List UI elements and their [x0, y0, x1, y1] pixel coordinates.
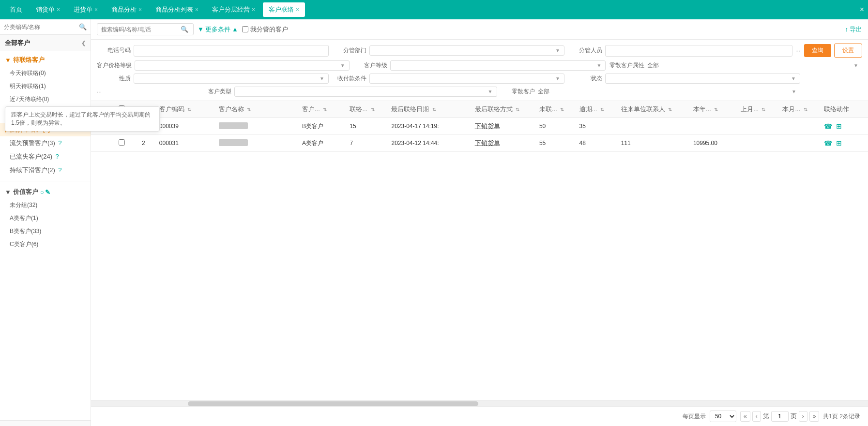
query-btn[interactable]: 查询: [804, 44, 831, 57]
retail-cust-label: 零散客户: [501, 88, 535, 96]
col-type-header[interactable]: 客户... ⇅: [298, 101, 346, 118]
retail-attr-select[interactable]: ▼: [662, 61, 862, 70]
next-page-btn[interactable]: ›: [799, 411, 807, 422]
col-way-header[interactable]: 最后联络方式 ⇅: [471, 101, 535, 118]
value-edit-icon[interactable]: ✎: [45, 189, 50, 196]
prev-page-btn[interactable]: ‹: [752, 411, 761, 422]
col-uncontact-sort-icon: ⇅: [560, 107, 564, 112]
page-number-input[interactable]: [771, 411, 789, 422]
sidebar-item-b-class[interactable]: B类客户(33): [0, 225, 91, 238]
sidebar-search-wrap: 🔍: [0, 19, 91, 35]
col-thismonth-header[interactable]: 本月... ⇅: [778, 101, 820, 118]
total-info: 共1页 2条记录: [823, 412, 860, 421]
col-code-header[interactable]: 客户编码 ⇅: [155, 101, 215, 118]
sidebar-item-tomorrow[interactable]: 明天待联络(1): [0, 80, 91, 93]
col-contact-header[interactable]: 联络... ⇅: [346, 101, 387, 118]
first-page-btn[interactable]: «: [740, 411, 750, 422]
nav-product-list-close[interactable]: ×: [195, 6, 198, 13]
nav-product-analysis-close[interactable]: ×: [138, 6, 142, 13]
sidebar-item-a-class[interactable]: A类客户(1): [0, 212, 91, 225]
retail-cust-arrow-icon: ▼: [792, 89, 796, 94]
nav-sales-close[interactable]: ×: [57, 6, 60, 13]
my-customers-checkbox[interactable]: [242, 26, 248, 32]
dept-arrow-icon: ▼: [555, 48, 560, 53]
gender-select[interactable]: ▼: [134, 73, 329, 84]
value-circle-icon: ○: [40, 189, 44, 196]
pagination-bar: 每页显示 50 100 200 « ‹ 第 页 › » 共1页 2条记录: [91, 406, 868, 426]
sidebar-item-declining[interactable]: 持续下滑客户(2) ?: [0, 163, 91, 177]
col-uncontact-header[interactable]: 未联... ⇅: [535, 101, 576, 118]
nav-sales[interactable]: 销货单 ×: [30, 2, 66, 17]
my-customers-check[interactable]: 我分管的客户: [242, 25, 288, 34]
extra-dots[interactable]: ···: [97, 88, 102, 95]
sidebar-item-loss-warning[interactable]: 流失预警客户(3) ?: [0, 136, 91, 150]
person-dots[interactable]: ···: [795, 47, 800, 54]
row1-action: ☎ ⊞: [820, 118, 868, 135]
sidebar-search-icon[interactable]: 🔍: [79, 23, 87, 30]
dept-select[interactable]: ▼: [369, 45, 564, 56]
price-level-select[interactable]: ▼: [135, 60, 350, 71]
sidebar-search-input[interactable]: [4, 24, 77, 30]
cust-type-select[interactable]: ▼: [234, 87, 497, 97]
person-label: 分管人员: [568, 46, 602, 55]
sidebar-item-lost[interactable]: 已流失客户(24) ?: [0, 150, 91, 163]
col-overdue-header[interactable]: 逾期... ⇅: [576, 101, 617, 118]
more-conditions-btn[interactable]: ▼ 更多条件 ▲: [198, 25, 238, 34]
nav-product-list[interactable]: 商品分析列表 ×: [150, 2, 204, 17]
sidebar-value-header[interactable]: ▼ 价值客户 ○ ✎: [0, 185, 91, 199]
sidebar-divider: [0, 181, 91, 181]
sidebar-item-ungrouped[interactable]: 未分组(32): [0, 199, 91, 212]
filter-cell-dots: ···: [97, 88, 194, 95]
col-contact-sort-icon: ⇅: [371, 107, 375, 112]
row2-grid-icon[interactable]: ⊞: [836, 139, 842, 147]
cust-type-label: 客户类型: [198, 88, 231, 96]
phone-input[interactable]: [134, 45, 329, 57]
table-header-row: ⚙ 客户编码 ⇅ 客户名称 ⇅: [91, 101, 868, 118]
row1-phone-icon[interactable]: ☎: [824, 122, 832, 130]
sidebar-item-week[interactable]: 近7天待联络(0): [0, 93, 91, 106]
col-thisyear-header[interactable]: 本年... ⇅: [689, 101, 737, 118]
search-icon[interactable]: 🔍: [181, 26, 188, 33]
page-nav: « ‹ 第 页 › »: [740, 411, 819, 422]
last-page-btn[interactable]: »: [809, 411, 820, 422]
row2-phone-icon[interactable]: ☎: [824, 139, 832, 147]
nav-customer-contact-close[interactable]: ×: [296, 6, 299, 13]
nav-customer-segment[interactable]: 客户分层经营 ×: [206, 2, 261, 17]
search-input[interactable]: [101, 26, 179, 33]
row2-way-link[interactable]: 下销货单: [475, 139, 500, 147]
level-select[interactable]: ▼: [390, 60, 606, 71]
per-page-select[interactable]: 50 100 200: [710, 411, 736, 422]
nav-product-analysis[interactable]: 商品分析 ×: [106, 2, 148, 17]
table-scrollbar[interactable]: [91, 400, 868, 406]
col-name-header[interactable]: 客户名称 ⇅: [215, 101, 298, 118]
nav-purchase-close[interactable]: ×: [94, 6, 98, 13]
table-area: ⚙ 客户编码 ⇅ 客户名称 ⇅: [91, 101, 868, 400]
sidebar-all-customers-header[interactable]: 全部客户 ❮: [0, 35, 91, 51]
setting-btn[interactable]: 设置: [834, 44, 862, 58]
gender-arrow-icon: ▼: [320, 76, 324, 81]
nav-home[interactable]: 首页: [4, 2, 28, 17]
price-level-label: 客户价格等级: [97, 61, 132, 70]
nav-customer-contact[interactable]: 客户联络 ×: [263, 2, 305, 17]
row1-grid-icon[interactable]: ⊞: [836, 122, 842, 130]
row1-date: 2023-04-17 14:19:: [387, 118, 471, 135]
person-input[interactable]: [605, 45, 792, 57]
sidebar-item-today[interactable]: 今天待联络(0): [0, 67, 91, 80]
col-history-header[interactable]: 往来单位联系人 ⇅: [617, 101, 689, 118]
filter-cell-gender: 性质 ▼: [97, 73, 329, 84]
export-btn[interactable]: ↑ 导出: [845, 25, 863, 34]
status-select[interactable]: ▼: [605, 73, 800, 84]
col-lastmonth-header[interactable]: 上月... ⇅: [737, 101, 778, 118]
retail-cust-select[interactable]: ▼: [552, 87, 801, 96]
sidebar-item-c-class[interactable]: C类客户(6): [0, 238, 91, 251]
sidebar-pending-header[interactable]: ▼ 待联络客户: [0, 53, 91, 67]
row2-checkbox[interactable]: [119, 139, 125, 146]
row1-way-link[interactable]: 下销货单: [475, 122, 500, 130]
nav-purchase[interactable]: 进货单 ×: [68, 2, 104, 17]
filter-cell-retail-cust: 零散客户 全部 ▼: [501, 87, 801, 96]
filter-cell-person: 分管人员 ···: [568, 45, 800, 57]
col-date-header[interactable]: 最后联络日期 ⇅: [387, 101, 471, 118]
nav-customer-segment-close[interactable]: ×: [252, 6, 255, 13]
close-all-btn[interactable]: ×: [860, 5, 864, 14]
payment-select[interactable]: ▼: [369, 73, 564, 84]
